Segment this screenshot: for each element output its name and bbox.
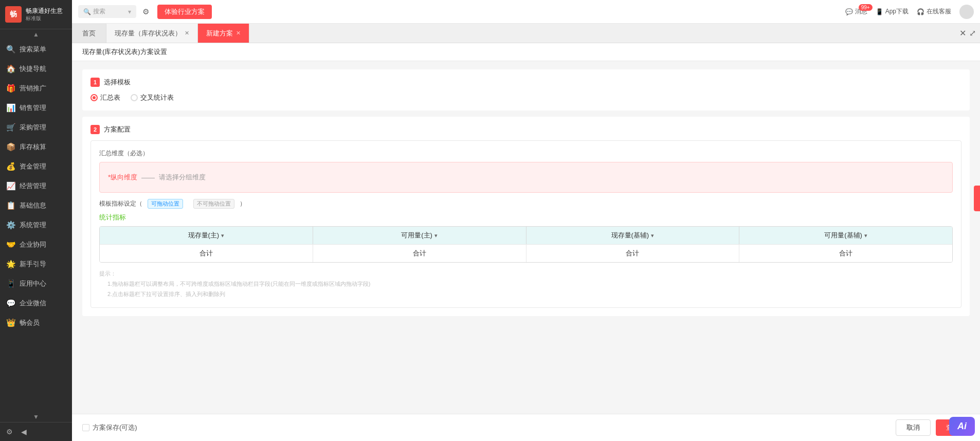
topbar-right: 💬 消息 99+ 📱 App下载 🎧 在线客服 <box>845 5 974 19</box>
inventory-icon: 📦 <box>6 142 15 152</box>
sidebar-item-wechat[interactable]: 💬 企业微信 <box>0 293 72 313</box>
sidebar-item-label: 搜索菜单 <box>20 45 46 54</box>
tab-new-plan-close-icon[interactable]: ✕ <box>236 30 241 36</box>
sidebar-item-purchase[interactable]: 🛒 采购管理 <box>0 118 72 137</box>
sidebar-item-system[interactable]: ⚙️ 系统管理 <box>0 215 72 235</box>
col4-chevron-icon[interactable]: ▾ <box>864 232 867 239</box>
table-header-col1[interactable]: 现存量(主) ▾ <box>100 227 313 244</box>
system-icon: ⚙️ <box>6 220 15 230</box>
save-checkbox-label: 方案保存(可选) <box>93 423 137 432</box>
message-icon: 💬 <box>845 8 853 15</box>
dimension-box[interactable]: *纵向维度 —— 请选择分组维度 <box>99 162 953 193</box>
cancel-button[interactable]: 取消 <box>896 419 931 436</box>
app-title: 畅康通好生意 标准版 <box>26 7 63 22</box>
page-header: 现存量(库存状况表)方案设置 <box>72 43 980 61</box>
scroll-up-arrow[interactable]: ▲ <box>33 31 39 38</box>
col1-chevron-icon[interactable]: ▾ <box>221 232 224 239</box>
sidebar-item-label: 基础信息 <box>20 201 46 210</box>
app-center-icon: 📱 <box>6 279 15 288</box>
finance-icon: 💰 <box>6 162 15 171</box>
main-area: 🔍 搜索 ▾ ⚙ 体验行业方案 💬 消息 99+ 📱 App下载 🎧 在线客服 <box>72 0 980 441</box>
scroll-down-arrow[interactable]: ▼ <box>33 413 39 420</box>
col4-label: 可用量(基辅) <box>824 231 862 240</box>
operations-icon: 📈 <box>6 181 15 191</box>
sidebar-header: 畅 畅康通好生意 标准版 <box>0 0 72 29</box>
radio-cross-circle <box>131 94 138 101</box>
radio-summary[interactable]: 汇总表 <box>90 93 120 102</box>
tab-new-plan[interactable]: 新建方案 ✕ <box>198 24 249 43</box>
app-download-link[interactable]: 📱 App下载 <box>876 7 909 16</box>
right-edge-bar[interactable] <box>974 186 980 211</box>
user-avatar[interactable] <box>959 5 974 19</box>
sidebar-item-label: 销售管理 <box>20 103 46 113</box>
sidebar-item-newbie[interactable]: 🌟 新手引导 <box>0 254 72 274</box>
col1-label: 现存量(主) <box>188 231 220 240</box>
table-header-col2[interactable]: 可用量(主) ▾ <box>313 227 527 244</box>
sidebar-item-label: 快捷导航 <box>20 64 46 74</box>
indicator-settings: 模板指标设定（ 可拖动位置 不可拖动位置 ） 统计指标 现存量(主) <box>99 199 953 263</box>
stats-table: 现存量(主) ▾ 可用量(主) ▾ 现存量(基辅) ▾ <box>99 226 953 263</box>
industry-plan-button[interactable]: 体验行业方案 <box>157 5 212 19</box>
sidebar-item-label: 应用中心 <box>20 279 46 288</box>
collapse-footer-btn[interactable]: ◀ <box>21 428 27 436</box>
search-box[interactable]: 🔍 搜索 ▾ <box>78 5 136 18</box>
topbar: 🔍 搜索 ▾ ⚙ 体验行业方案 💬 消息 99+ 📱 App下载 🎧 在线客服 <box>72 0 980 24</box>
sales-icon: 📊 <box>6 103 15 113</box>
tab-inventory-status[interactable]: 现存量（库存状况表） ✕ <box>106 24 198 43</box>
sidebar-item-quick-nav[interactable]: 🏠 快捷导航 <box>0 59 72 79</box>
headphone-icon: 🎧 <box>917 8 924 15</box>
sidebar-item-finance[interactable]: 💰 资金管理 <box>0 157 72 176</box>
table-header-row: 现存量(主) ▾ 可用量(主) ▾ 现存量(基辅) ▾ <box>100 227 952 244</box>
sidebar-item-cooperation[interactable]: 🤝 企业协同 <box>0 235 72 254</box>
customer-service-link[interactable]: 🎧 在线客服 <box>917 7 951 16</box>
sidebar-item-label: 库存核算 <box>20 142 46 152</box>
sidebar-item-member[interactable]: 👑 畅会员 <box>0 313 72 333</box>
form-container: 1 选择模板 汇总表 交叉统计表 2 <box>72 61 980 330</box>
tab-home[interactable]: 首页 <box>72 24 106 43</box>
sidebar-item-basic-info[interactable]: 📋 基础信息 <box>0 196 72 215</box>
table-body-col4: 合计 <box>739 245 952 262</box>
sidebar-item-label: 企业微信 <box>20 299 46 308</box>
sidebar-item-sales[interactable]: 📊 销售管理 <box>0 98 72 118</box>
message-count: 99+ <box>859 4 873 11</box>
save-checkbox[interactable]: 方案保存(可选) <box>82 423 137 432</box>
sidebar-item-marketing[interactable]: 🎁 营销推广 <box>0 79 72 98</box>
sidebar-item-search-menu[interactable]: 🔍 搜索菜单 <box>0 40 72 59</box>
gear-icon[interactable]: ⚙ <box>142 7 149 16</box>
table-header-col3[interactable]: 现存量(基辅) ▾ <box>527 227 740 244</box>
settings-footer-btn[interactable]: ⚙ <box>6 428 13 436</box>
app-download-icon: 📱 <box>876 8 883 15</box>
ai-badge[interactable]: Ai <box>949 417 975 436</box>
search-menu-icon: 🔍 <box>6 45 15 54</box>
tab-expand-icon[interactable]: ⤢ <box>969 28 976 38</box>
save-checkbox-box[interactable] <box>82 424 89 431</box>
radio-cross[interactable]: 交叉统计表 <box>131 93 174 102</box>
tab-home-label: 首页 <box>82 29 96 38</box>
step1-title: 1 选择模板 <box>90 78 961 87</box>
sidebar-item-label: 采购管理 <box>20 123 46 132</box>
search-placeholder: 搜索 <box>93 7 105 16</box>
sidebar-scroll-up[interactable]: ▲ <box>0 29 72 40</box>
member-icon: 👑 <box>6 318 15 327</box>
table-body-col2: 合计 <box>313 245 527 262</box>
config-section: 汇总维度（必选） *纵向维度 —— 请选择分组维度 模板指标设定（ 可拖动位置 … <box>90 140 961 308</box>
sidebar-item-label: 资金管理 <box>20 162 46 171</box>
step2-label: 方案配置 <box>104 125 131 134</box>
tab-new-plan-label: 新建方案 <box>206 29 233 38</box>
page-title: 现存量(库存状况表)方案设置 <box>82 48 167 56</box>
sidebar-item-operations[interactable]: 📈 经营管理 <box>0 176 72 196</box>
sidebar-item-app-center[interactable]: 📱 应用中心 <box>0 274 72 293</box>
step2-title: 2 方案配置 <box>90 125 961 134</box>
cooperation-icon: 🤝 <box>6 240 15 249</box>
col2-chevron-icon[interactable]: ▾ <box>434 232 438 239</box>
table-body-col3: 合计 <box>527 245 740 262</box>
template-radio-group: 汇总表 交叉统计表 <box>90 93 961 102</box>
message-badge[interactable]: 💬 消息 99+ <box>845 7 867 16</box>
tab-inventory-close-icon[interactable]: ✕ <box>185 30 189 36</box>
tab-close-all-icon[interactable]: ✕ <box>959 28 966 38</box>
table-header-col4[interactable]: 可用量(基辅) ▾ <box>739 227 952 244</box>
col3-chevron-icon[interactable]: ▾ <box>651 232 654 239</box>
app-logo: 畅 <box>5 6 22 23</box>
sidebar-item-inventory[interactable]: 📦 库存核算 <box>0 137 72 157</box>
sidebar-scroll-down[interactable]: ▼ <box>0 412 72 422</box>
